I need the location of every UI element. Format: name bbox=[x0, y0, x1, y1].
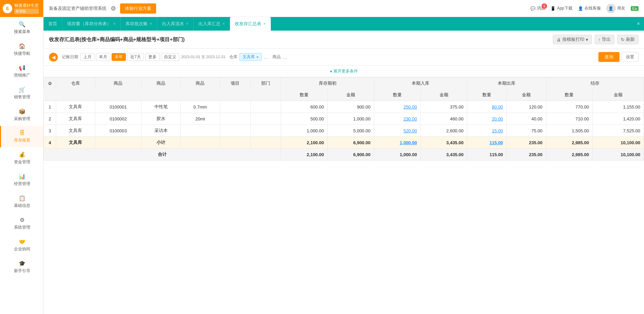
footer-out-amt: 235.00 bbox=[507, 149, 546, 161]
cell-spec bbox=[180, 125, 220, 137]
sidebar-item-marketing[interactable]: 📢营销推广 bbox=[0, 61, 43, 82]
print-dropdown-icon: ▾ bbox=[586, 37, 588, 42]
product-filter-more[interactable]: ... bbox=[283, 54, 287, 60]
sidebar-item-newbie[interactable]: 🎓新手引导 bbox=[0, 256, 43, 278]
online-support-button[interactable]: 👤 在线客服 bbox=[578, 5, 601, 11]
cell-out-qty[interactable]: 15.00 bbox=[467, 125, 507, 137]
sidebar-item-inventory[interactable]: 🗄库存核算 bbox=[0, 126, 43, 147]
sidebar-item-basic-info[interactable]: 📋基础信息 bbox=[0, 191, 43, 213]
user-menu-button[interactable]: 👤 用友 bbox=[606, 4, 625, 13]
support-icon: 👤 bbox=[578, 6, 583, 11]
expand-icon: ▾ bbox=[330, 69, 332, 74]
cell-open-amt: 5,000.00 bbox=[328, 125, 374, 137]
date-btn-本月[interactable]: 本月 bbox=[96, 53, 110, 61]
cell-in-qty[interactable]: 1,000.00 bbox=[374, 137, 420, 149]
tab-close-in-out-flow[interactable]: × bbox=[186, 21, 188, 26]
warehouse-tag-value: 文具库 bbox=[243, 54, 255, 60]
cell-dept bbox=[250, 113, 281, 125]
query-button[interactable]: 查询 bbox=[598, 52, 620, 62]
tab-close-in-out-summary[interactable]: × bbox=[222, 21, 225, 26]
footer-bal-qty: 2,985.00 bbox=[546, 149, 593, 161]
message-badge: 6 bbox=[542, 3, 547, 9]
finance-icon: 💰 bbox=[19, 151, 26, 158]
filter-collapse-button[interactable]: ◀ bbox=[49, 53, 58, 62]
tab-in-out-summary[interactable]: 出入库汇总× bbox=[194, 17, 230, 31]
purchase-icon: 📦 bbox=[19, 108, 26, 115]
search-icon: 🔍 bbox=[19, 21, 26, 28]
tab-label-in-out-summary: 出入库汇总 bbox=[198, 21, 220, 27]
sidebar-item-collab[interactable]: 🤝企业协同 bbox=[0, 234, 43, 256]
tab-in-out-flow[interactable]: 出入库流水× bbox=[157, 17, 194, 31]
cell-warehouse: 文具库 bbox=[56, 137, 95, 149]
date-btn-更多[interactable]: 更多 bbox=[145, 53, 160, 61]
cell-bal-amt: 7,525.00 bbox=[593, 125, 644, 137]
cell-out-qty[interactable]: 20.00 bbox=[467, 113, 507, 125]
th-spec: 商品 bbox=[180, 78, 220, 89]
th-warehouse: 仓库 bbox=[56, 78, 95, 89]
warehouse-tag[interactable]: 文具库 × bbox=[240, 53, 262, 61]
cell-in-qty[interactable]: 520.00 bbox=[374, 125, 420, 137]
system-icon: ⚙ bbox=[20, 217, 24, 223]
cell-project bbox=[220, 137, 250, 149]
sidebar-logo: 6 畅捷通好生意 标准版 bbox=[0, 0, 43, 17]
print-button[interactable]: 🖨 按模板打印 ▾ bbox=[553, 35, 592, 44]
expand-more-button[interactable]: ▾ 展开更多条件 bbox=[44, 67, 644, 76]
warehouse-filter: 仓库 文具库 × ... bbox=[229, 53, 268, 61]
tab-batch-ledger[interactable]: 库存批次账× bbox=[121, 17, 157, 31]
cell-code: 0100002 bbox=[95, 113, 142, 125]
trial-button[interactable]: 体验行业方案 bbox=[120, 3, 156, 14]
cell-open-qty: 2,100.00 bbox=[281, 137, 328, 149]
footer-open-qty: 2,100.00 bbox=[281, 149, 328, 161]
sidebar-item-quick-nav[interactable]: 🏠快捷导航 bbox=[0, 39, 43, 61]
system-name: 装备及固定资产辅助管理系统 bbox=[49, 5, 106, 12]
settings-icon[interactable]: ⚙ bbox=[111, 5, 116, 12]
sidebar-item-label-newbie: 新手引导 bbox=[14, 268, 30, 274]
date-btn-本年[interactable]: 本年 bbox=[112, 53, 126, 61]
sidebar-item-system[interactable]: ⚙系统管理 bbox=[0, 213, 43, 234]
cell-code: 0100003 bbox=[95, 125, 142, 137]
cell-in-qty[interactable]: 250.00 bbox=[374, 101, 420, 113]
table-row: 1 文具库 0100001 中性笔 0.7mm 600.00 900.00 25… bbox=[44, 101, 644, 113]
date-filter-section: 记账日期 上月本月本年近7天更多自定义 2023-01-01 至 2023-12… bbox=[62, 53, 225, 61]
date-btn-近7天[interactable]: 近7天 bbox=[127, 53, 144, 61]
filter-settings-button[interactable]: 设置 bbox=[622, 52, 639, 62]
th-settings-icon[interactable]: ⚙ bbox=[44, 78, 56, 89]
sidebar-item-purchase[interactable]: 📦采购管理 bbox=[0, 104, 43, 126]
cell-out-qty[interactable]: 80.00 bbox=[467, 101, 507, 113]
sidebar-item-finance[interactable]: 💰资金管理 bbox=[0, 147, 43, 169]
export-button[interactable]: ↑ 导出 bbox=[595, 35, 615, 44]
filter-actions: 查询 设置 bbox=[598, 52, 639, 62]
app-download-button[interactable]: 📱 App下载 bbox=[550, 5, 572, 11]
warehouse-filter-more[interactable]: ... bbox=[264, 54, 268, 60]
tab-label-batch-ledger: 库存批次账 bbox=[126, 21, 148, 27]
sidebar-item-search[interactable]: 🔍搜索菜单 bbox=[0, 17, 43, 39]
cell-out-qty[interactable]: 115.00 bbox=[467, 137, 507, 149]
sidebar: 6 畅捷通好生意 标准版 🔍搜索菜单🏠快捷导航📢营销推广🛒销售管理📦采购管理🗄库… bbox=[0, 0, 44, 314]
tab-close-batch-ledger[interactable]: × bbox=[150, 21, 152, 26]
date-btn-上月[interactable]: 上月 bbox=[80, 53, 95, 61]
footer-label: 合计 bbox=[44, 149, 281, 161]
message-button[interactable]: 💬 消息 6 bbox=[530, 5, 545, 11]
tab-close-collect-summary[interactable]: × bbox=[263, 21, 266, 26]
tab-collect-summary[interactable]: 收发存汇总表× bbox=[230, 17, 271, 31]
sidebar-item-label-marketing: 营销推广 bbox=[14, 72, 30, 78]
sidebar-item-operation[interactable]: 📊经营管理 bbox=[0, 169, 43, 191]
tab-close-stock-dist[interactable]: × bbox=[113, 21, 116, 26]
cell-out-amt: 235.00 bbox=[507, 137, 546, 149]
tabbar-close-button[interactable]: × bbox=[637, 21, 640, 27]
th-product: 商品 bbox=[142, 78, 181, 89]
sidebar-item-sales[interactable]: 🛒销售管理 bbox=[0, 82, 43, 104]
sidebar-item-label-collab: 企业协同 bbox=[14, 246, 30, 252]
cell-bal-qty: 2,985.00 bbox=[546, 137, 593, 149]
cell-project bbox=[220, 113, 250, 125]
table-row: 4 文具库 小计 2,100.00 6,900.00 1,000.00 3,43… bbox=[44, 137, 644, 149]
date-btn-自定义[interactable]: 自定义 bbox=[161, 53, 179, 61]
cell-in-qty[interactable]: 230.00 bbox=[374, 113, 420, 125]
th-in-amt: 金额 bbox=[420, 89, 467, 101]
tab-label-stock-dist: 现存量（库存分布表） bbox=[67, 21, 111, 27]
tab-home[interactable]: 首页 bbox=[44, 17, 62, 31]
warehouse-tag-close[interactable]: × bbox=[256, 55, 259, 60]
refresh-button[interactable]: ↻ 刷新 bbox=[617, 35, 639, 44]
tab-stock-dist[interactable]: 现存量（库存分布表）× bbox=[62, 17, 121, 31]
cell-open-amt: 900.00 bbox=[328, 101, 374, 113]
